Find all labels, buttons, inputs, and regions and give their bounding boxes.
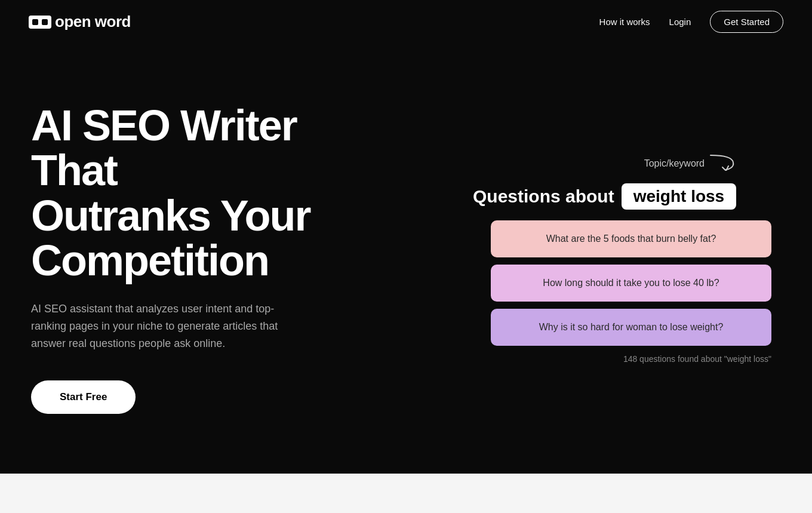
hero-title: AI SEO Writer That Outranks Your Competi… <box>31 103 342 284</box>
topic-label-text: Topic/keyword <box>644 158 705 169</box>
svg-rect-0 <box>29 16 51 29</box>
hero-right: Topic/keyword Questions about weight los… <box>473 154 783 364</box>
question-cards: What are the 5 foods that burn belly fat… <box>491 220 771 346</box>
start-free-button[interactable]: Start Free <box>31 380 136 414</box>
nav-login[interactable]: Login <box>669 17 691 27</box>
question-card-1: What are the 5 foods that burn belly fat… <box>491 220 771 257</box>
keyword-badge: weight loss <box>622 183 736 210</box>
logo: open word <box>29 13 131 31</box>
how-it-works-title: How it works <box>29 509 783 513</box>
topic-label-container: Topic/keyword <box>644 154 736 174</box>
question-card-2: How long should it take you to lose 40 l… <box>491 265 771 302</box>
arrow-down-icon <box>709 154 736 174</box>
nav-how-it-works[interactable]: How it works <box>599 17 650 27</box>
logo-icon <box>29 16 51 29</box>
questions-found-text: 148 questions found about "weight loss" <box>623 354 771 364</box>
navbar: open word How it works Login Get Started <box>0 0 812 44</box>
nav-links: How it works Login Get Started <box>599 11 783 33</box>
question-card-3: Why is it so hard for woman to lose weig… <box>491 309 771 346</box>
logo-text: open word <box>29 13 131 31</box>
questions-header: Questions about weight loss <box>473 183 736 210</box>
hero-section: AI SEO Writer That Outranks Your Competi… <box>0 44 812 474</box>
get-started-button[interactable]: Get Started <box>710 11 783 33</box>
hero-left: AI SEO Writer That Outranks Your Competi… <box>31 103 342 414</box>
how-it-works-section: How it works <box>0 474 812 513</box>
svg-rect-1 <box>32 19 38 25</box>
svg-rect-2 <box>42 19 48 25</box>
questions-prefix: Questions about <box>473 186 614 207</box>
hero-description: AI SEO assistant that analyzes user inte… <box>31 300 306 352</box>
